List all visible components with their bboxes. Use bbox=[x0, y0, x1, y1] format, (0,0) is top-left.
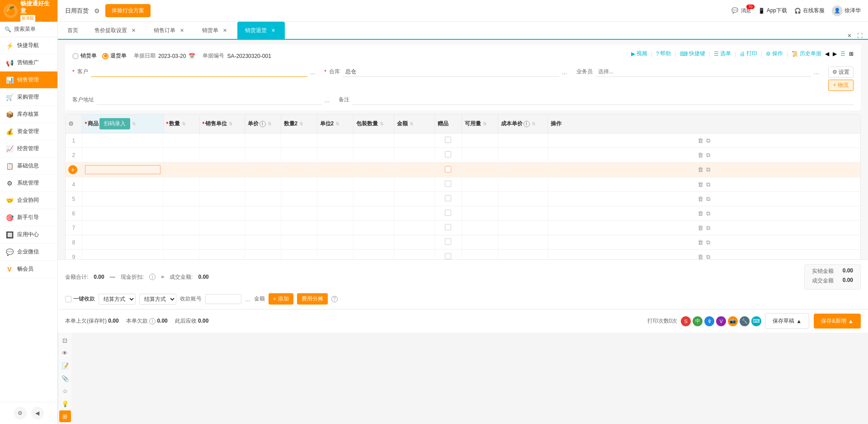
th-price-info[interactable]: i bbox=[259, 121, 266, 127]
sidebar-item-sales[interactable]: 📊 销售管理 bbox=[0, 71, 57, 89]
customer-dots[interactable]: ... bbox=[310, 68, 316, 76]
row-2-qty2[interactable] bbox=[281, 148, 317, 162]
th-available-sort[interactable]: ⇅ bbox=[483, 121, 486, 126]
th-price-sort[interactable]: ⇅ bbox=[268, 121, 271, 126]
status-info-2[interactable]: i bbox=[149, 318, 156, 324]
th-qty-sort[interactable]: ⇅ bbox=[182, 121, 185, 126]
row-3-qty2[interactable] bbox=[281, 162, 317, 177]
right-panel-btn-5[interactable]: ☆ bbox=[59, 385, 71, 397]
sidebar-settings-btn[interactable]: ⚙ bbox=[14, 407, 27, 419]
sidebar-item-marketing[interactable]: 📢 营销推广 bbox=[0, 54, 57, 71]
row-7-delete-btn[interactable]: 🗑 bbox=[698, 224, 703, 232]
row-1-unit2[interactable] bbox=[317, 133, 353, 148]
row-3-unit2[interactable] bbox=[317, 162, 353, 177]
th-product-sort[interactable]: ⇅ bbox=[132, 121, 136, 126]
row-3-cost-price[interactable] bbox=[498, 162, 547, 177]
tool-icon[interactable]: 🔧 bbox=[740, 316, 750, 326]
salesperson-dots[interactable]: ... bbox=[814, 68, 819, 76]
maximize-btn[interactable]: ⛶ bbox=[855, 33, 864, 39]
tab-close-all-btn[interactable]: ✕ bbox=[845, 33, 854, 39]
row-1-available[interactable] bbox=[462, 133, 498, 148]
row-2-unit2[interactable] bbox=[317, 148, 353, 162]
list-view-btn[interactable]: ☰ bbox=[840, 51, 845, 57]
right-panel-btn-2[interactable]: 👁 bbox=[59, 347, 71, 359]
tab-sale-price-close[interactable]: ✕ bbox=[130, 28, 137, 33]
row-3-unit[interactable] bbox=[199, 162, 245, 177]
save-draft-button[interactable]: 保存草稿 ▲ bbox=[765, 313, 809, 329]
right-panel-btn-4[interactable]: 📎 bbox=[59, 372, 71, 384]
customer-input[interactable] bbox=[91, 67, 307, 77]
v-icon[interactable]: V bbox=[716, 316, 726, 326]
row-9-copy-btn[interactable]: ⧉ bbox=[706, 253, 710, 260]
sidebar-item-appstore[interactable]: 🔲 应用中心 bbox=[0, 226, 57, 243]
sidebar-item-finance[interactable]: 💰 资金管理 bbox=[0, 123, 57, 140]
cash-discount-info[interactable]: i bbox=[149, 274, 156, 280]
user-menu-btn[interactable]: 👤 徐泽华 bbox=[832, 5, 861, 16]
account-dots[interactable]: ... bbox=[245, 295, 250, 303]
tab-sale-order[interactable]: 销售订单 ✕ bbox=[146, 22, 193, 39]
warehouse-input[interactable] bbox=[343, 67, 559, 77]
select-action-btn[interactable]: ☰ 选单 bbox=[714, 50, 731, 57]
mic-icon[interactable]: 🎙 bbox=[704, 316, 714, 326]
right-panel-btn-3[interactable]: 📝 bbox=[59, 360, 71, 372]
calc-method-select[interactable]: 结算方式 bbox=[139, 294, 176, 305]
sidebar-item-basic[interactable]: 📋 基础信息 bbox=[0, 157, 57, 175]
th-pack-qty-sort[interactable]: ⇅ bbox=[380, 121, 383, 126]
row-1-product[interactable] bbox=[82, 133, 163, 148]
app-download-btn[interactable]: 📱 App下载 bbox=[758, 7, 787, 14]
row-2-copy-btn[interactable]: ⧉ bbox=[706, 152, 710, 159]
print-action-btn[interactable]: 🖨 打印 bbox=[740, 50, 757, 57]
help-action-btn[interactable]: ? 帮助 bbox=[656, 50, 671, 57]
row-5-delete-btn[interactable]: 🗑 bbox=[698, 195, 703, 203]
row-1-price[interactable] bbox=[245, 133, 281, 148]
th-unit2-sort[interactable]: ⇅ bbox=[335, 121, 339, 126]
gift-checkbox-3[interactable] bbox=[445, 166, 451, 172]
row-1-qty2[interactable] bbox=[281, 133, 317, 148]
row-3-pack-qty[interactable] bbox=[353, 162, 394, 177]
exp-plan-button[interactable]: 体验行业方案 bbox=[105, 4, 151, 17]
one-click-pay-box[interactable] bbox=[65, 296, 71, 302]
video-action-btn[interactable]: ▶ 视频 bbox=[631, 50, 647, 57]
sale-type-radio[interactable]: 销货单 bbox=[72, 52, 97, 60]
row-2-gift[interactable] bbox=[434, 148, 462, 162]
row-1-cost-price[interactable] bbox=[498, 133, 547, 148]
row-3-qty[interactable] bbox=[163, 162, 199, 177]
row-4-delete-btn[interactable]: 🗑 bbox=[698, 181, 703, 188]
th-cost-price-info[interactable]: i bbox=[524, 121, 530, 127]
row-2-unit[interactable] bbox=[199, 148, 245, 162]
row-1-pack-qty[interactable] bbox=[353, 133, 394, 148]
fee-help-icon[interactable]: ? bbox=[331, 296, 338, 302]
billing-method-select[interactable]: 结算方式 bbox=[99, 294, 136, 305]
sidebar-item-operation[interactable]: 📈 经营管理 bbox=[0, 140, 57, 157]
row-1-gift[interactable] bbox=[434, 133, 462, 148]
table-gear-icon[interactable]: ⚙ bbox=[68, 120, 74, 127]
add-fee-button[interactable]: + 添加 bbox=[269, 293, 293, 305]
th-cost-price-sort[interactable]: ⇅ bbox=[532, 121, 535, 126]
row-1-copy-btn[interactable]: ⧉ bbox=[706, 137, 710, 144]
add-row-button[interactable]: + bbox=[68, 165, 77, 174]
row-3-gift[interactable] bbox=[434, 162, 462, 177]
row-2-cost-price[interactable] bbox=[498, 148, 547, 162]
cam-icon[interactable]: 📷 bbox=[728, 316, 738, 326]
tab-sale-out-close[interactable]: ✕ bbox=[221, 28, 229, 33]
address-input[interactable] bbox=[97, 95, 322, 105]
tab-sale-price[interactable]: 售价提取设置 ✕ bbox=[87, 22, 145, 39]
sidebar-item-newguide[interactable]: 🎯 新手引导 bbox=[0, 209, 57, 226]
history-action-btn[interactable]: 📜 历史单据 bbox=[792, 50, 821, 57]
tab-sale-return[interactable]: 销货退货 ✕ bbox=[237, 22, 285, 39]
save-new-button[interactable]: 保存&新增 ▲ bbox=[814, 314, 861, 329]
prev-btn[interactable]: ◀ bbox=[825, 51, 829, 57]
next-btn[interactable]: ▶ bbox=[833, 51, 837, 57]
row-5-copy-btn[interactable]: ⧉ bbox=[706, 195, 710, 203]
shortcut-action-btn[interactable]: ⌨ 快捷键 bbox=[680, 50, 705, 57]
row-3-available[interactable] bbox=[462, 162, 498, 177]
th-amount-sort[interactable]: ⇅ bbox=[410, 121, 413, 126]
return-type-radio[interactable]: 退货单 bbox=[102, 52, 127, 60]
gift-checkbox-1[interactable] bbox=[445, 137, 451, 143]
row-2-qty[interactable] bbox=[163, 148, 199, 162]
row-3-amount[interactable] bbox=[394, 162, 434, 177]
scan-input-button[interactable]: 扫码录入 bbox=[99, 118, 130, 129]
row-2-available[interactable] bbox=[462, 148, 498, 162]
sidebar-item-inventory[interactable]: 📦 库存核算 bbox=[0, 106, 57, 123]
row-2-delete-btn[interactable]: 🗑 bbox=[698, 152, 703, 159]
